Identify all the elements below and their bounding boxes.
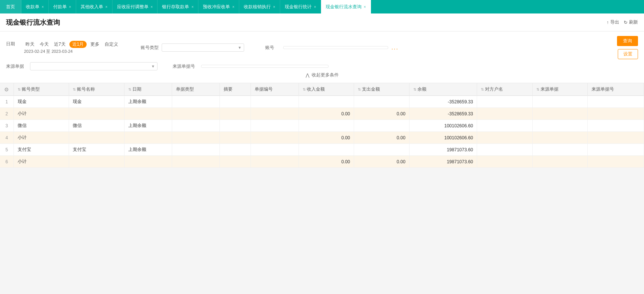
cell-balance: -3528659.33 [409,108,477,120]
cell-account-name [69,156,125,168]
row-number: 1 [0,96,14,108]
export-button[interactable]: ↑ 导出 [606,19,619,25]
col-settings[interactable]: ⚙ [0,83,14,96]
col-expense[interactable]: ⇅支出金额 [354,83,410,96]
nav-close-bank-deposit[interactable]: × [191,5,194,9]
account-label: 账号 [265,45,280,51]
sort-expense-icon: ⇅ [358,87,361,91]
nav-advance-offset-label: 预收冲应收单 [203,4,230,10]
col-doc-no[interactable]: 单据编号 [251,83,299,96]
cell-account-type: 小计 [14,108,69,120]
nav-close-ar-ap[interactable]: × [151,5,153,9]
col-counterparty[interactable]: ⇅对方户名 [477,83,533,96]
nav-item-advance-offset[interactable]: 预收冲应收单 × [198,0,239,13]
collapse-filter-bar[interactable]: ⋀ 收起更多条件 [6,72,638,78]
cell-doc-no [251,132,299,144]
nav-close-cash-bank-stat[interactable]: × [314,5,316,9]
sort-balance-icon: ⇅ [413,87,416,91]
refresh-icon: ↻ [624,20,627,25]
cell-source-doc-no [588,156,644,168]
source-doc-select[interactable]: ▾ [30,62,158,70]
date-opt-yesterday[interactable]: 昨天 [24,41,36,48]
source-doc-no-input[interactable] [201,65,329,68]
nav-bank-deposit-label: 银行存取款单 [162,4,189,10]
cell-summary [220,156,251,168]
nav-item-cash-bank-stat[interactable]: 现金银行统计 × [280,0,321,13]
account-type-select[interactable]: ▾ [162,43,244,52]
nav-item-ar-ap-adjust[interactable]: 应收应付调整单 × [113,0,158,13]
nav-home-label: 首页 [6,4,15,10]
date-opt-1month[interactable]: 近1月 [69,41,87,48]
source-doc-arrow-icon: ▾ [152,64,154,69]
date-opt-7days[interactable]: 近7天 [53,41,67,48]
cell-counterparty [477,144,533,156]
nav-item-cash-bank-flow[interactable]: 现金银行流水查询 × [321,0,371,13]
cell-doc-no [251,96,299,108]
cell-counterparty [477,96,533,108]
nav-item-bank-deposit[interactable]: 银行存取款单 × [158,0,198,13]
table-row: 3微信微信上期余额100102606.60 [0,120,644,132]
cell-summary [220,108,251,120]
nav-ar-ap-label: 应收应付调整单 [117,4,149,10]
nav-item-other-income[interactable]: 其他收入单 × [76,0,113,13]
nav-close-collect-verify[interactable]: × [273,5,275,9]
cell-doc-type [172,120,220,132]
col-balance[interactable]: ⇅余额 [409,83,477,96]
col-source-doc[interactable]: ⇅来源单据 [532,83,588,96]
cell-date [124,108,172,120]
nav-collect-verify-label: 收款核销执行 [244,4,271,10]
col-account-name[interactable]: ⇅账号名称 [69,83,125,96]
sort-source-doc-icon: ⇅ [536,87,539,91]
col-summary[interactable]: 摘要 [220,83,251,96]
nav-close-cash-bank-flow[interactable]: × [364,5,366,9]
nav-item-payment[interactable]: 付款单 × [49,0,76,13]
cell-expense: 0.00 [354,132,410,144]
cell-date: 上期余额 [124,120,172,132]
cell-doc-no [251,108,299,120]
col-date[interactable]: ⇅日期 [124,83,172,96]
filter-row-2: 来源单据 ▾ 来源单据号 [6,62,638,70]
nav-close-receipt[interactable]: × [42,5,44,9]
date-opt-more[interactable]: 更多 [89,41,101,48]
cell-balance: 100102606.60 [409,120,477,132]
cell-date [124,156,172,168]
page-title: 现金银行流水查询 [6,18,60,27]
col-account-type[interactable]: ⇅账号类型 [14,83,69,96]
cell-doc-type [172,108,220,120]
nav-item-receipt[interactable]: 收款单 × [21,0,49,13]
account-more-button[interactable]: ... [391,44,398,51]
cell-doc-type [172,156,220,168]
cell-date [124,132,172,144]
row-number: 4 [0,132,14,144]
collapse-icon: ⋀ [306,73,309,78]
cell-expense [354,96,410,108]
settings-button[interactable]: 设置 [618,49,638,59]
cell-income [299,144,354,156]
refresh-button[interactable]: ↻ 刷新 [624,19,638,25]
nav-item-home[interactable]: 首页 [0,0,21,13]
nav-close-payment[interactable]: × [69,5,71,9]
col-doc-type[interactable]: 单据类型 [172,83,220,96]
cell-income [299,96,354,108]
export-icon: ↑ [606,20,609,25]
cell-income: 0.00 [299,132,354,144]
nav-close-advance-offset[interactable]: × [232,5,234,9]
table-settings-icon[interactable]: ⚙ [4,87,9,93]
refresh-label: 刷新 [629,19,638,25]
col-source-doc-no[interactable]: 来源单据号 [588,83,644,96]
nav-item-collect-verify[interactable]: 收款核销执行 × [239,0,280,13]
nav-close-other-income[interactable]: × [105,5,108,9]
cell-balance: 19871073.60 [409,144,477,156]
date-opt-today[interactable]: 今天 [38,41,50,48]
data-table: ⚙ ⇅账号类型 ⇅账号名称 ⇅日期 单据类型 摘要 单据编号 ⇅收入金额 [0,83,644,168]
row-number: 3 [0,120,14,132]
query-button[interactable]: 查询 [617,36,638,46]
cell-expense [354,144,410,156]
date-opt-custom[interactable]: 自定义 [103,41,120,48]
cell-expense: 0.00 [354,108,410,120]
cell-account-name [69,108,125,120]
cell-income [299,120,354,132]
nav-payment-label: 付款单 [53,4,67,10]
cell-source-doc-no [588,120,644,132]
col-income[interactable]: ⇅收入金额 [299,83,354,96]
